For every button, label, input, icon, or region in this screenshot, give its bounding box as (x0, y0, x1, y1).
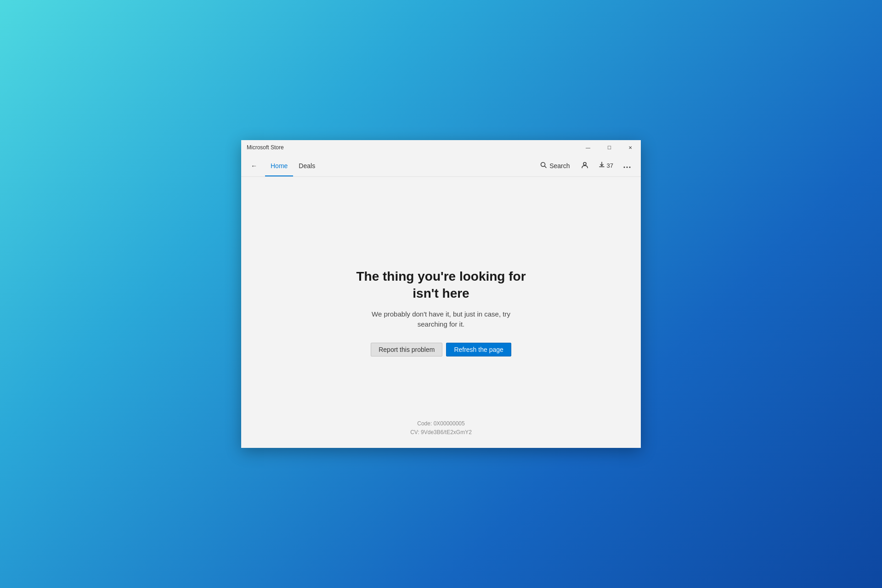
minimize-button[interactable]: — (577, 140, 599, 155)
back-button[interactable]: ← (247, 158, 261, 173)
nav-bar: ← Home Deals Search (241, 155, 641, 177)
error-subtitle: We probably don't have it, but just in c… (372, 309, 510, 330)
maximize-button[interactable]: ☐ (599, 140, 620, 155)
nav-right: Search 37 (536, 158, 635, 174)
error-footer: Code: 0X00000005 CV: 9Vde3B6/tE2xGmY2 (410, 419, 472, 437)
close-button[interactable]: ✕ (620, 140, 641, 155)
error-container: The thing you're looking forisn't here W… (356, 268, 526, 356)
app-window: Microsoft Store — ☐ ✕ ← Home Deals Searc… (241, 140, 641, 448)
refresh-page-button[interactable]: Refresh the page (446, 343, 511, 356)
search-label: Search (549, 162, 570, 170)
title-bar-controls: — ☐ ✕ (577, 140, 641, 155)
svg-point-2 (583, 163, 586, 165)
svg-point-5 (629, 166, 631, 168)
tab-home[interactable]: Home (265, 155, 293, 176)
account-icon (581, 161, 589, 170)
error-cv: CV: 9Vde3B6/tE2xGmY2 (410, 428, 472, 437)
svg-line-1 (545, 166, 547, 168)
title-bar: Microsoft Store — ☐ ✕ (241, 140, 641, 155)
download-count: 37 (607, 162, 613, 169)
error-actions: Report this problem Refresh the page (371, 343, 511, 356)
download-icon (599, 162, 605, 170)
account-button[interactable] (577, 158, 593, 174)
svg-point-3 (624, 166, 625, 168)
error-code: Code: 0X00000005 (410, 419, 472, 428)
nav-tabs: Home Deals (265, 155, 536, 176)
more-options-button[interactable] (619, 158, 635, 174)
downloads-button[interactable]: 37 (595, 160, 617, 171)
tab-deals[interactable]: Deals (293, 155, 321, 176)
error-title: The thing you're looking forisn't here (356, 268, 526, 302)
report-problem-button[interactable]: Report this problem (371, 343, 442, 356)
main-content: The thing you're looking forisn't here W… (241, 177, 641, 448)
search-button[interactable]: Search (536, 160, 574, 171)
app-title: Microsoft Store (247, 144, 284, 151)
more-icon (623, 162, 631, 170)
svg-point-4 (627, 166, 628, 168)
title-bar-left: Microsoft Store (247, 144, 284, 151)
search-icon (540, 162, 547, 170)
